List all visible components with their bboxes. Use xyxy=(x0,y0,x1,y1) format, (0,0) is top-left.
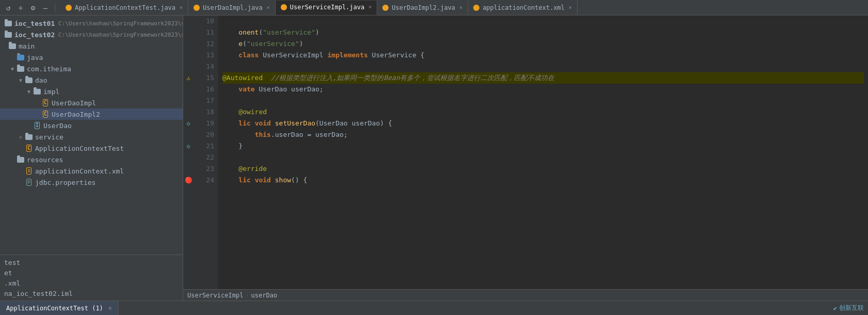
breadcrumb-item[interactable]: UserServiceImpl xyxy=(187,292,243,299)
sidebar-tree-item[interactable]: java xyxy=(0,52,183,63)
line-number: 18 xyxy=(194,106,214,118)
gutter-cell xyxy=(183,15,194,27)
code-line xyxy=(222,15,864,27)
xml-file-icon xyxy=(473,5,479,11)
gutter-cell xyxy=(183,152,194,163)
sidebar-project-item[interactable]: ioc_test02 C:\Users\haohao\SpringFramewo… xyxy=(0,29,183,40)
tree-item-label: UserDao xyxy=(43,122,72,130)
line-number: 10 xyxy=(194,15,214,27)
token-annotation: @Autowired xyxy=(222,74,263,82)
tree-item-label: UserDaoImpl2 xyxy=(52,111,100,118)
token-kw: lic xyxy=(222,119,251,127)
sidebar-tree-item[interactable]: ▼impl xyxy=(0,86,183,97)
sidebar-tree-item[interactable]: XapplicationContext.xml xyxy=(0,165,183,177)
tab-close-button[interactable]: × xyxy=(459,5,462,10)
bottom-label: et xyxy=(4,269,12,277)
tab-close-button[interactable]: × xyxy=(569,5,572,10)
project-path: C:\Users\haohao\SpringFramework2023\s xyxy=(55,20,183,27)
line-number: 11 xyxy=(194,27,214,38)
token-normal xyxy=(271,119,275,127)
folder-icon xyxy=(4,20,12,27)
token-normal: ) xyxy=(299,40,303,48)
sidebar-tree-item[interactable]: CUserDaoImpl xyxy=(0,97,183,108)
token-normal xyxy=(222,51,238,59)
gutter-col: ⚠◇◇🔴 xyxy=(183,15,194,289)
line-number: 20 xyxy=(194,129,214,140)
token-annotation: @owired xyxy=(222,108,267,116)
token-normal: UserServiceImpl xyxy=(259,51,327,59)
java-file-icon xyxy=(382,5,389,11)
sidebar-tree-item[interactable]: CUserDaoImpl2 xyxy=(0,108,183,120)
sidebar-bottom-item: test xyxy=(4,257,179,267)
token-normal xyxy=(271,176,275,184)
java-file-icon xyxy=(194,5,200,11)
line-number: 15 xyxy=(194,72,214,84)
split-icon[interactable]: ÷ xyxy=(17,4,25,12)
tab-close-button[interactable]: × xyxy=(368,4,372,10)
code-line: lic void setUserDao(UserDao userDao) { xyxy=(222,118,864,129)
token-str: "userService" xyxy=(247,40,299,48)
bottom-tab-close[interactable]: × xyxy=(108,305,112,312)
sidebar-tree-item[interactable]: main xyxy=(0,40,183,52)
sidebar-tree-item[interactable]: ▼com.itheima xyxy=(0,63,183,74)
tab-tab-userserviceimpl[interactable]: UserServiceImpl.java× xyxy=(276,1,378,15)
sidebar-bottom: testet.xmlna_ioc_test02.iml xyxy=(0,255,183,301)
bottom-label: .xml xyxy=(4,279,20,287)
token-kw: class xyxy=(238,51,259,59)
sidebar-project-item[interactable]: ioc_test01 C:\Users\haohao\SpringFramewo… xyxy=(0,18,183,29)
token-normal: ) xyxy=(315,28,319,36)
java-icon: C xyxy=(25,145,33,152)
watermark-icon: ✔ xyxy=(833,305,837,312)
token-kw: this xyxy=(255,131,271,138)
minimize-icon[interactable]: — xyxy=(41,4,50,12)
sidebar-tree-item[interactable]: resources xyxy=(0,154,183,165)
tabs-bar: ApplicationContextTest.java×UserDaoImpl.… xyxy=(60,1,864,15)
token-kw: void xyxy=(255,119,271,127)
tab-label: UserDaoImpl.java xyxy=(203,4,263,11)
sidebar-tree-item[interactable]: IUserDao xyxy=(0,120,183,131)
code-line: @owired xyxy=(222,106,864,118)
sidebar-tree-item[interactable]: CApplicationContextTest xyxy=(0,143,183,154)
code-content[interactable]: onent("userService") e("userService") cl… xyxy=(218,15,868,289)
gutter-cell: 🔴 xyxy=(183,175,194,186)
bottom-tab[interactable]: ApplicationContextTest (1)× xyxy=(0,301,119,315)
token-str: "userService" xyxy=(263,28,315,36)
token-normal: () { xyxy=(291,176,307,184)
watermark: ✔ 创新互联 xyxy=(833,304,864,312)
gutter-cell xyxy=(183,27,194,38)
tab-tab-appcontext-xml[interactable]: applicationContext.xml× xyxy=(468,1,577,15)
folder-icon xyxy=(25,133,33,140)
token-normal xyxy=(251,176,255,184)
token-kw: void xyxy=(255,176,271,184)
tab-tab-userdaoimpl[interactable]: UserDaoImpl.java× xyxy=(188,1,276,15)
breadcrumb-separator: › xyxy=(245,292,249,299)
java-icon: C xyxy=(41,99,50,106)
tab-label: UserServiceImpl.java xyxy=(290,4,365,11)
bottom-right-area: ✔ 创新互联 xyxy=(833,301,868,315)
tab-tab-userdaoimpl2[interactable]: UserDaoImpl2.java× xyxy=(377,1,468,15)
tab-tab-appcontexttest[interactable]: ApplicationContextTest.java× xyxy=(60,1,188,15)
gutter-cell xyxy=(183,61,194,72)
token-normal xyxy=(251,119,255,127)
token-method: show xyxy=(275,176,291,184)
tab-close-button[interactable]: × xyxy=(267,5,270,10)
line-number: 23 xyxy=(194,163,214,175)
line-number: 13 xyxy=(194,50,214,61)
sidebar-tree-item[interactable]: >service xyxy=(0,131,183,143)
sidebar-bottom-item: na_ioc_test02.iml xyxy=(4,288,179,298)
sidebar-bottom-item: .xml xyxy=(4,278,179,288)
gear-icon[interactable]: ⚙ xyxy=(29,4,37,12)
token-method: onent xyxy=(238,28,259,36)
breadcrumb-item[interactable]: userDao xyxy=(251,292,278,299)
sidebar-tree-item[interactable]: ▼dao xyxy=(0,74,183,86)
tab-close-button[interactable]: × xyxy=(180,5,183,10)
tree-item-label: service xyxy=(35,133,63,141)
sync-icon[interactable]: ↺ xyxy=(4,4,12,12)
tree-item-label: dao xyxy=(35,76,47,84)
tree-item-label: jdbc.properties xyxy=(35,179,95,186)
token-normal xyxy=(222,131,255,138)
sidebar-tree-item[interactable]: Pjdbc.properties xyxy=(0,177,183,188)
tree-item-label: impl xyxy=(43,88,59,96)
code-line: vate UserDao userDao; xyxy=(222,84,864,95)
gutter-cell: ⚠ xyxy=(183,72,194,84)
